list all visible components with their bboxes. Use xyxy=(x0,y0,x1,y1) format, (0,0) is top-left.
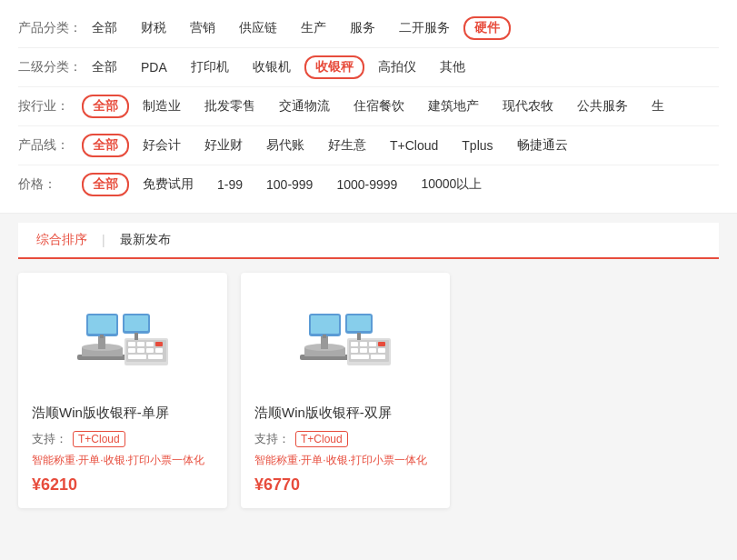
filter-item-sub-printer[interactable]: 打印机 xyxy=(181,56,239,78)
svg-rect-28 xyxy=(323,335,326,338)
svg-rect-5 xyxy=(88,315,116,334)
filter-item-price-all[interactable]: 全部 xyxy=(82,173,129,196)
svg-rect-31 xyxy=(351,342,358,346)
product-card-2[interactable]: 浩顺Win版收银秤-双屏 支持： T+Cloud 智能称重·开单·收银·打印小票… xyxy=(241,273,450,508)
filter-item-category-tax[interactable]: 财税 xyxy=(131,17,176,39)
product-illustration-1 xyxy=(68,300,177,382)
filter-label-price: 价格： xyxy=(18,176,82,193)
filter-item-price-1000-9999[interactable]: 1000-9999 xyxy=(326,175,407,195)
filter-item-line-tcloud[interactable]: T+Cloud xyxy=(380,135,448,155)
filter-item-line-agent[interactable]: 易代账 xyxy=(256,135,314,156)
filter-item-price-10000plus[interactable]: 10000以上 xyxy=(411,174,492,195)
svg-rect-35 xyxy=(351,348,358,353)
filter-label-sub-category: 二级分类： xyxy=(18,59,82,75)
product-price-2: ¥6770 xyxy=(254,475,436,495)
svg-rect-38 xyxy=(378,348,385,353)
product-name-2: 浩顺Win版收银秤-双屏 xyxy=(254,405,436,422)
filter-item-price-free[interactable]: 免费试用 xyxy=(133,174,204,195)
filter-item-industry-bio[interactable]: 生 xyxy=(642,95,674,117)
filter-item-sub-all[interactable]: 全部 xyxy=(82,56,127,78)
svg-rect-37 xyxy=(369,348,376,353)
svg-rect-14 xyxy=(137,348,144,353)
svg-rect-36 xyxy=(360,348,367,353)
filter-item-price-100-999[interactable]: 100-999 xyxy=(256,175,323,195)
product-support-2: 支持： T+Cloud xyxy=(254,431,436,447)
filter-item-category-supply[interactable]: 供应链 xyxy=(229,17,287,39)
filter-item-industry-public[interactable]: 公共服务 xyxy=(567,95,638,117)
filter-item-category-opendev[interactable]: 二开服务 xyxy=(389,17,460,39)
sort-latest[interactable]: 最新发布 xyxy=(111,228,180,252)
filter-items-product-category: 全部 财税 营销 供应链 生产 服务 二开服务 硬件 xyxy=(82,16,511,40)
filter-item-line-tplus[interactable]: Tplus xyxy=(452,135,503,155)
filter-item-line-accounting[interactable]: 好会计 xyxy=(133,135,191,156)
product-card-1[interactable]: 浩顺Win版收银秤-单屏 支持： T+Cloud 智能称重·开单·收银·打印小票… xyxy=(18,273,227,508)
filter-item-industry-wholesale[interactable]: 批发零售 xyxy=(194,95,265,117)
filter-items-industry: 全部 制造业 批发零售 交通物流 住宿餐饮 建筑地产 现代农牧 公共服务 生 xyxy=(82,95,674,118)
filter-items-product-line: 全部 好会计 好业财 易代账 好生意 T+Cloud Tplus 畅捷通云 xyxy=(82,134,578,157)
product-desc-2: 智能称重·开单·收银·打印小票一体化 xyxy=(254,453,436,468)
svg-rect-27 xyxy=(311,315,339,334)
svg-rect-32 xyxy=(360,342,367,346)
filter-items-sub-category: 全部 PDA 打印机 收银机 收银秤 高拍仪 其他 xyxy=(82,55,475,79)
svg-rect-43 xyxy=(357,333,361,340)
svg-rect-34 xyxy=(378,342,385,346)
svg-rect-10 xyxy=(137,342,144,346)
filter-item-line-changjietong[interactable]: 畅捷通云 xyxy=(507,135,578,156)
sort-divider: | xyxy=(96,233,111,247)
filter-row-sub-category: 二级分类： 全部 PDA 打印机 收银机 收银秤 高拍仪 其他 xyxy=(18,48,719,87)
svg-rect-15 xyxy=(146,348,154,353)
filter-item-sub-other[interactable]: 其他 xyxy=(430,56,475,78)
svg-rect-11 xyxy=(146,342,154,346)
filter-item-sub-pda[interactable]: PDA xyxy=(131,57,177,77)
products-container: 浩顺Win版收银秤-单屏 支持： T+Cloud 智能称重·开单·收银·打印小票… xyxy=(0,259,737,522)
filter-item-line-business[interactable]: 好生意 xyxy=(318,135,376,156)
filter-item-sub-highcam[interactable]: 高拍仪 xyxy=(368,56,426,78)
product-support-badge-2: T+Cloud xyxy=(295,431,348,447)
svg-rect-9 xyxy=(128,342,135,346)
product-price-1: ¥6210 xyxy=(32,475,214,495)
product-desc-1: 智能称重·开单·收银·打印小票一体化 xyxy=(32,453,214,468)
filter-row-product-category: 产品分类： 全部 财税 营销 供应链 生产 服务 二开服务 硬件 xyxy=(18,9,719,48)
product-image-1 xyxy=(32,291,214,391)
filter-item-category-service[interactable]: 服务 xyxy=(340,17,385,39)
filter-item-category-hardware[interactable]: 硬件 xyxy=(463,16,511,40)
svg-rect-21 xyxy=(134,333,138,340)
filter-item-industry-all[interactable]: 全部 xyxy=(82,95,129,118)
filter-label-product-line: 产品线： xyxy=(18,137,82,154)
svg-rect-33 xyxy=(369,342,376,346)
filter-row-product-line: 产品线： 全部 好会计 好业财 易代账 好生意 T+Cloud Tplus 畅捷… xyxy=(18,126,719,165)
filter-item-industry-realestate[interactable]: 建筑地产 xyxy=(418,95,489,117)
filter-item-price-1-99[interactable]: 1-99 xyxy=(207,175,253,195)
filter-row-price: 价格： 全部 免费试用 1-99 100-999 1000-9999 10000… xyxy=(18,165,719,204)
svg-rect-39 xyxy=(351,355,369,359)
filter-item-category-marketing[interactable]: 营销 xyxy=(180,17,225,39)
product-support-badge-1: T+Cloud xyxy=(73,431,125,447)
product-name-1: 浩顺Win版收银秤-单屏 xyxy=(32,405,214,422)
svg-rect-16 xyxy=(155,348,163,353)
sort-comprehensive[interactable]: 综合排序 xyxy=(27,228,96,252)
product-image-2 xyxy=(254,291,436,391)
product-support-label-2: 支持： xyxy=(254,431,290,447)
svg-rect-18 xyxy=(148,355,163,359)
svg-rect-20 xyxy=(124,315,148,331)
filter-label-industry: 按行业： xyxy=(18,98,82,115)
filter-item-sub-cashregister[interactable]: 收银机 xyxy=(243,56,301,78)
filter-label-product-category: 产品分类： xyxy=(18,20,82,36)
filter-item-industry-hotel[interactable]: 住宿餐饮 xyxy=(344,95,414,117)
svg-rect-13 xyxy=(128,348,135,353)
filter-item-industry-manufacturing[interactable]: 制造业 xyxy=(133,95,191,117)
filter-item-category-all[interactable]: 全部 xyxy=(82,17,127,39)
svg-rect-17 xyxy=(128,355,146,359)
filter-item-line-all[interactable]: 全部 xyxy=(82,134,129,157)
svg-rect-42 xyxy=(347,315,371,331)
filter-item-line-finance[interactable]: 好业财 xyxy=(194,135,253,156)
filter-item-industry-agriculture[interactable]: 现代农牧 xyxy=(493,95,563,117)
filter-items-price: 全部 免费试用 1-99 100-999 1000-9999 10000以上 xyxy=(82,173,492,196)
filter-item-industry-transport[interactable]: 交通物流 xyxy=(269,95,340,117)
filter-row-industry: 按行业： 全部 制造业 批发零售 交通物流 住宿餐饮 建筑地产 现代农牧 公共服… xyxy=(18,87,719,126)
svg-rect-40 xyxy=(371,355,385,359)
svg-rect-6 xyxy=(100,335,104,338)
filter-item-category-production[interactable]: 生产 xyxy=(291,17,336,39)
filter-item-sub-cashscale[interactable]: 收银秤 xyxy=(304,55,364,79)
product-illustration-2 xyxy=(291,300,400,382)
